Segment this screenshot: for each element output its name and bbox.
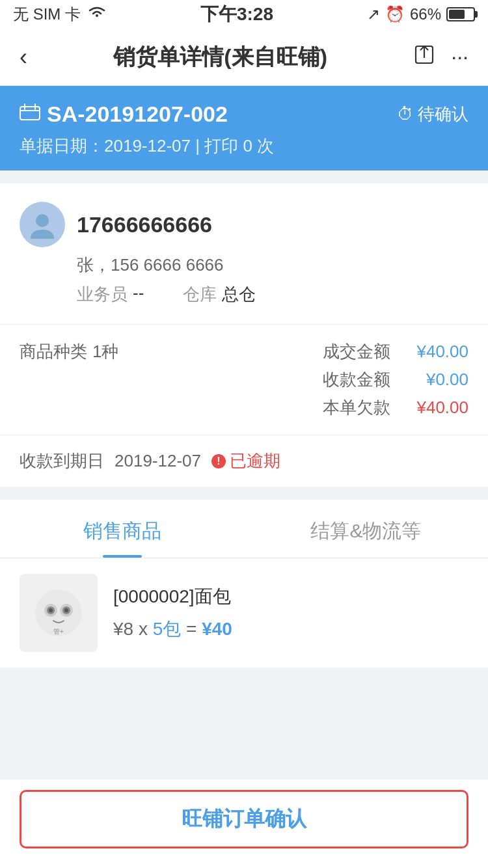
tabs-bar: 销售商品 结算&物流等 [0,500,488,558]
avatar [20,202,65,247]
bottom-bar: 旺铺订单确认 [0,780,488,868]
alarm-icon: ⏰ [385,5,405,23]
product-types-value: 1种 [92,340,118,363]
equals-sign: = [186,619,202,639]
customer-card: 17666666666 张，156 6666 6666 业务员 -- 仓库 总仓… [0,183,488,487]
nav-bar: ‹ 销货单详情(来自旺铺) ··· [0,29,488,86]
status-time: 下午3:28 [200,2,273,27]
customer-name: 张，156 6666 6666 [77,254,468,277]
transaction-amount-value: ¥40.00 [403,342,468,362]
order-icon [20,102,40,127]
back-button[interactable]: ‹ [20,44,27,71]
price-unit: ¥8 [113,619,133,639]
balance-value: ¥40.00 [403,398,468,418]
product-total: ¥40 [202,619,232,639]
salesperson-label: 业务员 [77,283,128,306]
status-bar: 无 SIM 卡 下午3:28 ↗ ⏰ 66% [0,0,488,29]
transaction-amount-row: 成交金额 ¥40.00 [323,340,468,363]
due-date-label: 收款到期日 [20,450,104,472]
battery-percentage: 66% [410,5,441,23]
due-date-value: 2019-12-07 [115,451,201,471]
multiply-sign: x [139,619,153,639]
collection-amount-row: 收款金额 ¥0.00 [323,368,468,391]
product-thumbnail: 管+ [20,574,98,652]
customer-phone: 17666666666 [77,212,212,237]
more-icon[interactable]: ··· [451,45,468,69]
amount-summary: 成交金额 ¥40.00 收款金额 ¥0.00 本单欠款 ¥40.00 [323,340,468,419]
location-icon: ↗ [367,5,380,23]
product-price: ¥8 x 5包 = ¥40 [113,617,468,642]
wifi-icon [87,5,107,23]
order-date: 单据日期：2019-12-07 | 打印 0 次 [20,135,468,157]
product-types-label: 商品种类 [20,340,87,363]
balance-label: 本单欠款 [323,396,390,419]
warehouse-label: 仓库 [183,283,217,306]
confirm-order-button[interactable]: 旺铺订单确认 [20,790,468,848]
table-row: 管+ [0000002]面包 ¥8 x 5包 = ¥40 [0,558,488,668]
customer-meta: 业务员 -- 仓库 总仓 [77,283,468,306]
product-name: [0000002]面包 [113,584,468,609]
salesperson-value: -- [133,283,144,306]
status-left: 无 SIM 卡 [13,4,107,25]
order-id: SA-20191207-002 [20,102,228,127]
warehouse-value: 总仓 [222,283,256,306]
status-right: ↗ ⏰ 66% [367,5,475,23]
tab-settlement[interactable]: 结算&物流等 [244,500,488,558]
customer-section: 17666666666 张，156 6666 6666 业务员 -- 仓库 总仓 [0,183,488,324]
svg-text:管+: 管+ [53,628,64,635]
product-quantity: 5包 [153,619,182,639]
overdue-icon: ! [211,454,226,468]
product-list: 管+ [0000002]面包 ¥8 x 5包 = ¥40 [0,558,488,668]
svg-point-2 [36,214,49,227]
overdue-text: 已逾期 [230,450,280,472]
battery-icon [446,7,475,21]
carrier-text: 无 SIM 卡 [13,4,81,25]
salesperson-field: 业务员 -- [77,283,144,306]
page-title: 销货单详情(来自旺铺) [113,42,327,72]
svg-point-9 [64,608,68,612]
summary-section: 商品种类 1种 成交金额 ¥40.00 收款金额 ¥0.00 本单欠款 ¥40.… [0,324,488,435]
clock-icon: ⏱ [397,104,414,124]
order-header: SA-20191207-002 ⏱ 待确认 单据日期：2019-12-07 | … [0,86,488,170]
customer-top: 17666666666 [20,202,468,247]
balance-row: 本单欠款 ¥40.00 [323,396,468,419]
product-types: 商品种类 1种 [20,340,118,363]
transaction-amount-label: 成交金额 [323,340,390,363]
nav-actions: ··· [413,44,468,71]
svg-rect-1 [20,107,40,120]
due-date-section: 收款到期日 2019-12-07 ! 已逾期 [0,435,488,487]
share-icon[interactable] [413,44,435,71]
collection-amount-value: ¥0.00 [403,370,468,390]
warehouse-field: 仓库 总仓 [183,283,256,306]
overdue-badge: ! 已逾期 [211,450,280,472]
product-info: [0000002]面包 ¥8 x 5包 = ¥40 [113,584,468,642]
order-status: ⏱ 待确认 [397,103,468,126]
tab-products[interactable]: 销售商品 [0,500,244,558]
svg-point-8 [49,608,53,612]
collection-amount-label: 收款金额 [323,368,390,391]
